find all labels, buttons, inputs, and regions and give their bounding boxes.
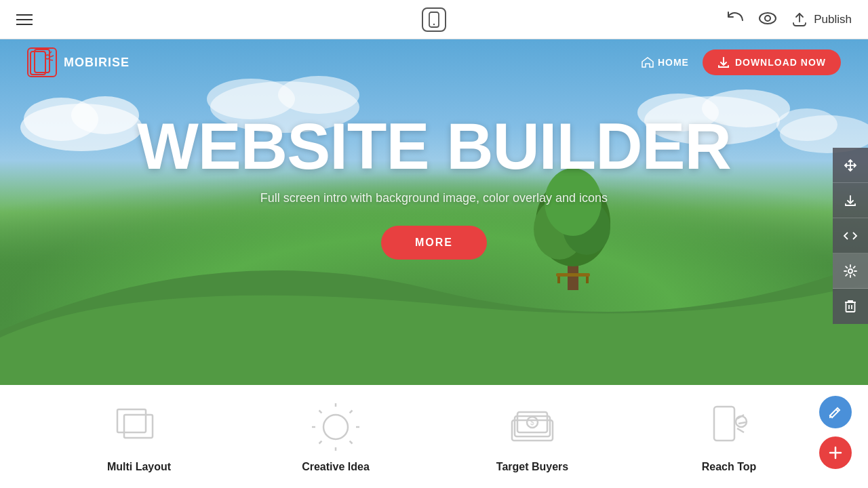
more-button[interactable]: MORE	[381, 226, 487, 260]
svg-rect-20	[556, 273, 590, 277]
code-section-button[interactable]	[833, 218, 868, 253]
creative-idea-label: Creative Idea	[302, 461, 370, 473]
target-buyers-label: Target Buyers	[496, 461, 568, 473]
hero-section: MOBIRISE HOME DOWNLOAD NOW	[0, 39, 868, 385]
feature-creative-idea: Creative Idea	[237, 400, 434, 473]
svg-line-54	[737, 428, 744, 432]
svg-line-43	[350, 441, 353, 444]
svg-point-37	[323, 415, 348, 439]
svg-text:$: $	[530, 419, 534, 426]
download-label: DOWNLOAD NOW	[735, 57, 826, 68]
creative-idea-icon	[309, 400, 363, 454]
publish-label: Publish	[814, 13, 852, 26]
multi-layout-icon	[112, 400, 166, 454]
home-nav-link[interactable]: HOME	[642, 56, 689, 68]
main-content: MOBIRISE HOME DOWNLOAD NOW	[0, 39, 868, 488]
hero-subtitle: Full screen intro with background image,…	[260, 191, 608, 205]
svg-rect-22	[586, 277, 589, 283]
svg-rect-51	[714, 407, 734, 441]
svg-point-1	[433, 23, 435, 24]
nav-right: HOME DOWNLOAD NOW	[642, 49, 841, 75]
svg-rect-21	[557, 277, 560, 283]
svg-rect-24	[35, 49, 50, 73]
hero-title: WEBSITE BUILDER	[137, 114, 731, 179]
edit-fab-button[interactable]	[819, 396, 852, 428]
svg-line-44	[350, 411, 353, 413]
svg-line-45	[319, 441, 322, 444]
svg-line-26	[50, 56, 54, 57]
features-section: Multi Layout Creative Idea	[0, 385, 868, 488]
svg-rect-23	[31, 52, 45, 75]
svg-rect-35	[124, 415, 153, 438]
feature-reach-top: Reach Top	[631, 400, 827, 473]
home-nav-label: HOME	[658, 57, 689, 68]
svg-line-42	[319, 411, 322, 413]
delete-section-button[interactable]	[833, 289, 868, 324]
move-section-button[interactable]	[833, 148, 868, 183]
settings-section-button[interactable]	[833, 253, 868, 289]
feature-multi-layout: Multi Layout	[41, 400, 237, 473]
svg-point-31	[848, 269, 852, 273]
brand-icon	[27, 47, 57, 77]
undo-button[interactable]	[727, 11, 745, 28]
multi-layout-label: Multi Layout	[107, 461, 171, 473]
download-section-button[interactable]	[833, 183, 868, 218]
hamburger-menu-button[interactable]	[16, 14, 33, 25]
svg-point-2	[760, 13, 776, 24]
reach-top-icon	[702, 400, 756, 454]
hero-content: WEBSITE BUILDER Full screen intro with b…	[0, 114, 868, 260]
svg-rect-36	[117, 409, 146, 432]
mobile-preview-button[interactable]	[422, 7, 446, 32]
preview-eye-button[interactable]	[758, 12, 777, 28]
reach-top-label: Reach Top	[702, 461, 757, 473]
topbar: Publish	[0, 0, 868, 39]
add-fab-button[interactable]	[819, 436, 852, 469]
svg-line-27	[49, 60, 53, 60]
feature-target-buyers: $ Target Buyers	[434, 400, 631, 473]
brand-name-label: MOBIRISE	[64, 56, 130, 70]
svg-line-53	[738, 422, 746, 424]
section-toolbar	[833, 148, 868, 324]
target-buyers-icon: $	[505, 400, 559, 454]
download-now-button[interactable]: DOWNLOAD NOW	[703, 49, 841, 75]
site-navbar: MOBIRISE HOME DOWNLOAD NOW	[0, 39, 868, 85]
publish-button[interactable]: Publish	[791, 12, 852, 27]
svg-point-3	[765, 16, 770, 21]
brand-area: MOBIRISE	[27, 47, 130, 77]
svg-rect-32	[846, 302, 855, 312]
svg-line-56	[836, 409, 838, 411]
